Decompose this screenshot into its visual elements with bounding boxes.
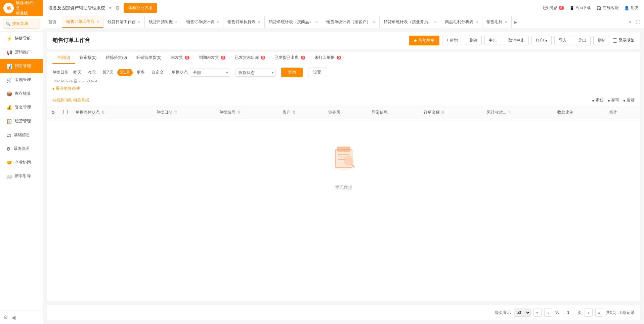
expand-filter-button[interactable]: ▾ 展开更多条件 [52, 86, 635, 91]
tab-close-sales-profit[interactable]: ✕ [505, 20, 507, 24]
tab-sales-by-product[interactable]: 销货单统计表（按商品） ✕ [265, 16, 322, 28]
tab-close-sales-exec[interactable]: ✕ [258, 20, 260, 24]
industry-solution-button[interactable]: 体验行业方案 [124, 3, 157, 13]
sidebar-bottom: ⚙ ◀ [0, 311, 43, 324]
tab-sales-exec[interactable]: 销售订单执行表 ✕ [223, 16, 265, 28]
tab-cash-reconcile[interactable]: 钱货日清对账 ✕ [145, 16, 182, 28]
tab-cash-daily[interactable]: 钱货日清工作台 ✕ [103, 16, 145, 28]
date-opt-7days[interactable]: 近7天 [100, 69, 116, 76]
first-page-button[interactable]: « [533, 309, 542, 317]
sidebar-item-purchase[interactable]: 🛒 采购管理 [0, 73, 43, 87]
smart-order-button[interactable]: ★ 智能生单 [409, 36, 439, 45]
sidebar-item-sales[interactable]: 📊 销售管理 [0, 59, 43, 73]
horizontal-scrollbar[interactable] [47, 301, 640, 305]
sub-tab-all[interactable]: 全部(0) [52, 52, 75, 64]
cancel-stop-button[interactable]: 取消中止 [504, 36, 529, 45]
status-select[interactable]: 全部 [190, 69, 230, 77]
sub-tab-overdue-not-shipped[interactable]: 到期未发货 0 [194, 52, 230, 64]
tab-close-product-margin[interactable]: ✕ [475, 20, 478, 24]
add-button[interactable]: + 新增 [442, 36, 462, 45]
sidebar-item-enterprise[interactable]: 🤝 企业协同 [0, 156, 43, 169]
sidebar-item-finance[interactable]: 💰 资金管理 [0, 100, 43, 114]
tab-close-sales-by-product[interactable]: ✕ [315, 20, 318, 24]
sidebar-item-inventory[interactable]: 📦 库存核算 [0, 87, 43, 100]
tab-sales-by-customer[interactable]: 销货单统计表（按客户） ✕ [322, 16, 380, 28]
date-opt-yesterday[interactable]: 昨天 [71, 69, 84, 76]
print-button[interactable]: 打印 ▾ [531, 36, 552, 45]
payment-select[interactable]: 收款状态 [235, 69, 276, 77]
page-number-input[interactable] [562, 309, 575, 316]
tab-sales-stats[interactable]: 销售订单统计表 ✕ [182, 16, 223, 28]
tab-home[interactable]: 首页 [43, 16, 62, 28]
sort-date-icon[interactable]: ⇅ [174, 110, 177, 115]
sidebar-item-marketing[interactable]: 📢 营销推广 [0, 45, 43, 59]
delete-button[interactable]: 删除 [465, 36, 482, 45]
tab-close-sales-workbench[interactable]: ✕ [96, 20, 99, 24]
select-all-checkbox[interactable] [63, 110, 68, 114]
collapse-sidebar-button[interactable]: ◀ [11, 314, 15, 321]
stop-button[interactable]: 中止 [484, 36, 501, 45]
sub-tabs: 全部(0) 待审核(0) 待拣验货(0) 旺铺待发货(0) 未发货 0 到期未发… [47, 52, 640, 64]
tabbar-fullscreen[interactable]: ⛶ [635, 19, 641, 25]
sub-tab-wangpu[interactable]: 旺铺待发货(0) [132, 52, 166, 64]
tab-close-sales-by-customer[interactable]: ✕ [373, 20, 375, 24]
un-review-action[interactable]: ● 弃审 [608, 97, 619, 103]
import-button[interactable]: 导入 [554, 36, 571, 45]
topbar-dropdown-icon[interactable]: ▾ [109, 6, 111, 10]
sub-tab-pending-check[interactable]: 待拣验货(0) [101, 52, 132, 64]
date-opt-1month[interactable]: 近1月 [117, 69, 133, 76]
show-detail-input[interactable] [613, 38, 617, 43]
tab-sales-by-staff[interactable]: 销货单统计表（按业务员） ✕ [380, 16, 441, 28]
sidebar-item-base-info[interactable]: 🗂 基础信息 [0, 128, 43, 142]
sidebar-item-operations[interactable]: 📋 经营管理 [0, 114, 43, 128]
tabbar-close-others[interactable]: ✕ [627, 19, 633, 25]
sub-tab-shipped-out-warehouse[interactable]: 已发货已出库 0 [270, 52, 310, 64]
prev-page-button[interactable]: ‹ [544, 309, 552, 317]
sort-status-icon[interactable]: ⇅ [101, 110, 105, 115]
date-opt-custom[interactable]: 自定义 [149, 69, 166, 76]
query-button[interactable]: 查询 [281, 68, 303, 77]
last-page-button[interactable]: » [595, 309, 603, 317]
sort-amount-icon[interactable]: ⇅ [441, 110, 445, 115]
review-action[interactable]: ● 审核 [592, 97, 603, 103]
tab-close-cash-reconcile[interactable]: ✕ [175, 20, 178, 24]
sub-tab-pending-review[interactable]: 待审核(0) [75, 52, 101, 64]
user-menu[interactable]: 👤 用友 [624, 5, 639, 11]
sort-customer-icon[interactable]: ⇅ [292, 110, 296, 115]
sidebar-item-quick-nav[interactable]: ⚡ 快捷导航 [0, 32, 43, 45]
topbar-gear-icon[interactable]: ⚙ [115, 5, 120, 11]
main-content: 装备及固定资产辅助管理系统 ▾ ⚙ 体验行业方案 💬 消息 6 📱 App下载 … [43, 0, 644, 324]
app-download-button[interactable]: 📱 App下载 [569, 5, 591, 11]
tab-product-margin[interactable]: 商品毛利分析表 ✕ [441, 16, 482, 28]
refresh-button[interactable]: 刷新 [593, 36, 610, 45]
settings-bottom-button[interactable]: ⚙ [3, 314, 8, 321]
ship-action[interactable]: ● 发货 [623, 97, 635, 103]
search-menu-button[interactable]: 🔍 搜索菜单 [3, 19, 40, 29]
export-button[interactable]: 导出 [574, 36, 591, 45]
show-detail-checkbox[interactable]: 显示明细 [613, 38, 635, 43]
sort-number-icon[interactable]: ⇅ [237, 110, 241, 115]
topbar-right: 💬 消息 6 📱 App下载 🎧 在线客服 👤 用友 [543, 5, 639, 11]
tab-close-cash-daily[interactable]: ✕ [138, 20, 140, 24]
date-opt-today[interactable]: 今天 [85, 69, 99, 76]
tab-more-button[interactable]: ▶ [512, 20, 520, 25]
tab-sales-workbench[interactable]: 销售订单工作台 ✕ [62, 16, 103, 28]
message-button[interactable]: 💬 消息 6 [543, 5, 564, 11]
sort-collected-icon[interactable]: ⇅ [508, 110, 511, 115]
tab-close-sales-stats[interactable]: ✕ [216, 20, 219, 24]
tab-sales-profit[interactable]: 销售毛利 ✕ [482, 16, 512, 28]
sidebar-item-guide[interactable]: 📖 新手引导 [0, 169, 43, 183]
sub-tab-not-shipped[interactable]: 未发货 0 [166, 52, 194, 64]
empty-illustration [327, 139, 360, 173]
settings-column-icon[interactable]: ⚙ [51, 110, 55, 115]
sub-tab-not-printed[interactable]: 未打印单据 0 [310, 52, 346, 64]
next-page-button[interactable]: › [585, 309, 593, 317]
online-service-button[interactable]: 🎧 在线客服 [596, 5, 619, 11]
per-page-select[interactable]: 50 10 20 100 [514, 309, 531, 317]
date-opt-more[interactable]: 更多 [134, 69, 147, 76]
set-button[interactable]: 设置 [308, 68, 326, 77]
status-filter-label: 单据状态 [172, 70, 188, 75]
sidebar-item-system[interactable]: ⚙ 系统管理 [0, 142, 43, 156]
tab-close-sales-by-staff[interactable]: ✕ [434, 20, 437, 24]
sub-tab-shipped-not-warehouse[interactable]: 已发货未出库 0 [230, 52, 270, 64]
